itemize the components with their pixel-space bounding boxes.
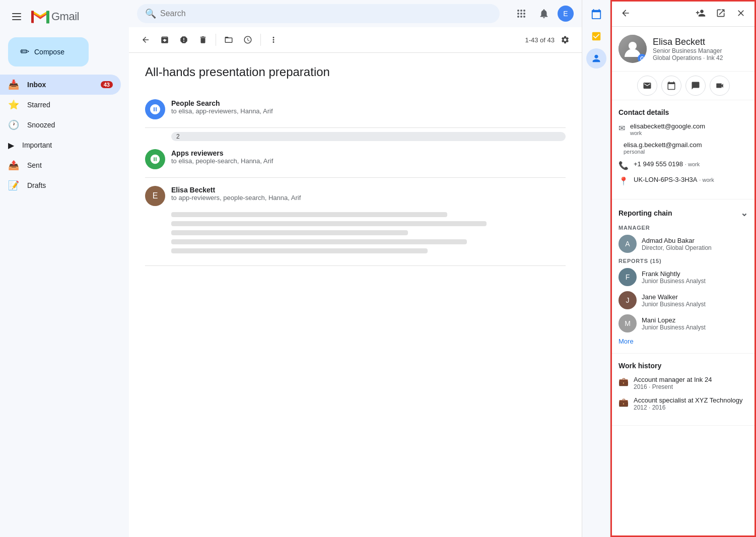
- search-bar[interactable]: 🔍: [137, 4, 500, 23]
- svg-point-10: [520, 16, 522, 18]
- contact-avatar: G: [618, 35, 647, 63]
- email-action-button[interactable]: [637, 76, 657, 96]
- calendar-action-button[interactable]: [661, 76, 681, 96]
- contact-subtitle: Global Operations · Ink 42: [653, 54, 723, 61]
- manager-item: A Admad Abu Bakar Director, Global Opera…: [618, 235, 748, 253]
- video-action-button[interactable]: [710, 76, 730, 96]
- sidebar-header: Gmail: [0, 4, 129, 33]
- contact-details-section: Contact details ✉ elisabeckett@google.co…: [610, 100, 756, 199]
- thread-header: People Search to elisa, app-reviewers, H…: [145, 99, 566, 119]
- phone-text: +1 949 555 0198 · work: [634, 160, 700, 168]
- hamburger-menu[interactable]: [8, 8, 25, 25]
- body-line-4: [171, 239, 467, 244]
- report-item-0: F Frank Nightly Junior Business Analyst: [618, 268, 748, 286]
- report-item-2: M Mani Lopez Junior Business Analyst: [618, 314, 748, 332]
- phone-label: work: [688, 161, 700, 167]
- starred-icon: ⭐: [8, 99, 19, 110]
- sidebar-item-sent[interactable]: 📤 Sent: [0, 155, 121, 175]
- report-spam-button[interactable]: [175, 31, 192, 48]
- main-area: 🔍 E: [129, 0, 582, 537]
- report-title-1: Junior Business Analyst: [642, 301, 706, 308]
- snooze-button[interactable]: [239, 31, 256, 48]
- nav-list: 📥 Inbox 43 ⭐ Starred 🕐 Snoozed ▶ Importa…: [0, 75, 129, 195]
- delete-button[interactable]: [194, 31, 212, 48]
- location-icon: 📍: [618, 176, 629, 186]
- drafts-label: Drafts: [27, 181, 46, 189]
- contact-name: Elisa Beckett: [653, 37, 723, 47]
- sidebar-item-important[interactable]: ▶ Important: [0, 135, 121, 155]
- thread-sender-2: Apps reviewers: [171, 149, 566, 157]
- qa-tasks[interactable]: [586, 26, 606, 46]
- quick-access-bar: [582, 0, 610, 537]
- qa-contacts[interactable]: [586, 48, 606, 69]
- search-icon: 🔍: [145, 8, 156, 19]
- panel-back-button[interactable]: [616, 4, 635, 22]
- user-avatar[interactable]: E: [558, 6, 574, 22]
- body-line-5: [171, 248, 428, 253]
- gmail-m-icon: [31, 10, 49, 24]
- manager-label: MANAGER: [618, 225, 748, 231]
- report-avatar-1: J: [618, 291, 637, 309]
- archive-button[interactable]: [156, 31, 173, 48]
- sidebar-item-inbox[interactable]: 📥 Inbox 43: [0, 75, 121, 95]
- toolbar-divider: [216, 34, 216, 46]
- body-line-2: [171, 221, 487, 226]
- body-line-1: [171, 212, 447, 217]
- work-info-0: Account manager at Ink 24 2016 · Present: [634, 376, 712, 390]
- thread-info-3: Elisa Beckett to app-reviewers, people-s…: [171, 186, 566, 202]
- apps-grid-button[interactable]: [512, 5, 530, 23]
- report-item-1: J Jane Walker Junior Business Analyst: [618, 291, 748, 309]
- chevron-down-icon: ⌄: [740, 208, 748, 219]
- work-period-1: 2012 · 2016: [634, 404, 743, 411]
- svg-point-4: [520, 10, 522, 12]
- move-to-button[interactable]: [220, 31, 237, 48]
- email-work-item: ✉ elisabeckett@google.com work: [618, 122, 748, 136]
- back-button[interactable]: [137, 31, 154, 48]
- reporting-chain-label: Reporting chain: [618, 209, 672, 217]
- svg-rect-1: [12, 16, 21, 17]
- open-external-button[interactable]: [712, 4, 730, 22]
- location-label: work: [702, 177, 714, 183]
- contact-header: G Elisa Beckett Senior Business Manager …: [610, 27, 756, 72]
- thread-to-2: to elisa, people-search, Hanna, Arif: [171, 157, 566, 165]
- compose-plus-icon: ✏: [20, 45, 29, 58]
- sent-label: Sent: [27, 161, 42, 169]
- snoozed-label: Snoozed: [27, 121, 55, 129]
- more-options-button[interactable]: [265, 31, 282, 48]
- drafts-icon: 📝: [8, 180, 19, 191]
- email-thread-3: E Elisa Beckett to app-reviewers, people…: [145, 178, 566, 266]
- qa-calendar[interactable]: [586, 4, 606, 24]
- work-item-1: 💼 Account specialist at XYZ Technology 2…: [618, 396, 748, 411]
- more-reports-link[interactable]: More: [618, 338, 748, 345]
- body-line-3: [171, 230, 408, 235]
- thread-header-2: Apps reviewers to elisa, people-search, …: [145, 149, 566, 169]
- sidebar-item-drafts[interactable]: 📝 Drafts: [0, 175, 121, 195]
- sidebar-item-starred[interactable]: ⭐ Starred: [0, 95, 121, 115]
- report-info-2: Mani Lopez Junior Business Analyst: [642, 316, 706, 331]
- thread-collapse-num[interactable]: 2: [171, 132, 566, 141]
- settings-button[interactable]: [557, 31, 574, 48]
- chat-action-button[interactable]: [685, 76, 706, 96]
- work-title-0: Account manager at Ink 24: [634, 376, 712, 383]
- close-panel-button[interactable]: [732, 4, 750, 22]
- email-personal-address: elisa.g.beckett@gmail.com: [624, 141, 702, 149]
- contact-info: Elisa Beckett Senior Business Manager Gl…: [653, 37, 723, 61]
- sidebar-item-snoozed[interactable]: 🕐 Snoozed: [0, 115, 121, 135]
- manager-title: Director, Global Operation: [642, 244, 712, 251]
- svg-rect-2: [12, 19, 21, 20]
- phone-icon: 📞: [618, 161, 629, 170]
- add-person-button[interactable]: [692, 4, 710, 22]
- phone-number: +1 949 555 0198: [634, 160, 683, 168]
- compose-label: Compose: [34, 48, 64, 56]
- email-personal-label: personal: [624, 149, 702, 155]
- compose-button[interactable]: ✏ Compose: [8, 37, 89, 66]
- inbox-label: Inbox: [27, 81, 46, 89]
- phone-item: 📞 +1 949 555 0198 · work: [618, 160, 748, 170]
- reporting-chain-section: Reporting chain ⌄ MANAGER A Admad Abu Ba…: [610, 199, 756, 354]
- briefcase-icon-0: 💼: [618, 377, 629, 386]
- email-work-label: work: [630, 130, 705, 136]
- search-input[interactable]: [160, 9, 492, 18]
- email-body-preview: [171, 212, 566, 253]
- svg-point-9: [517, 16, 519, 18]
- notifications-button[interactable]: [534, 4, 554, 23]
